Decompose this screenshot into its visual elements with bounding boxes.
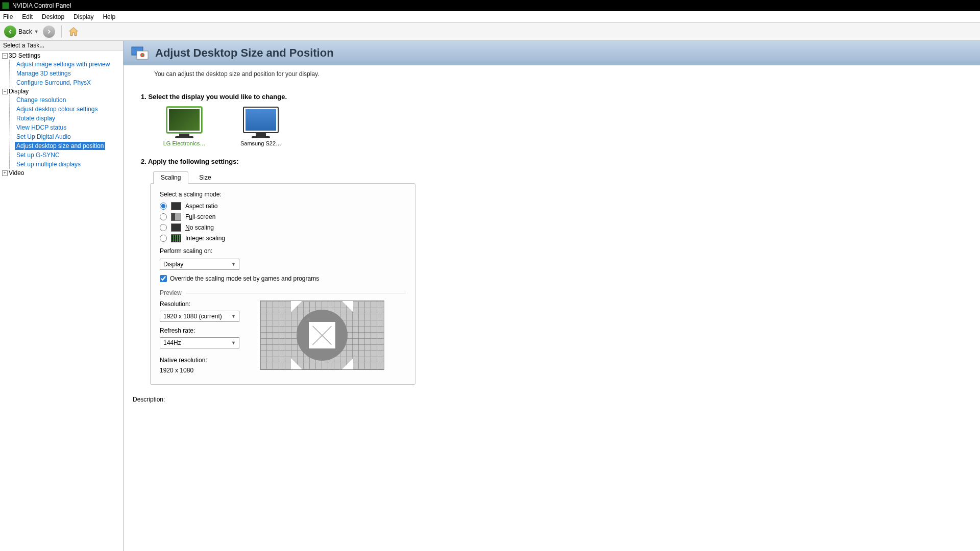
svg-point-3 (141, 54, 143, 56)
display-option-lg[interactable]: LG Electronics… (161, 107, 207, 146)
aspect-icon (171, 202, 181, 210)
tree-link-multiple-displays[interactable]: Set up multiple displays (15, 160, 82, 168)
tree-link-change-resolution[interactable]: Change resolution (15, 96, 67, 104)
fullscreen-icon (171, 213, 181, 221)
toolbar: Back ▼ (0, 22, 980, 41)
refresh-label: Refresh rate: (160, 327, 239, 334)
sidebar-header: Select a Task... (0, 41, 123, 51)
tree-link-adjust-image[interactable]: Adjust image settings with preview (15, 60, 111, 68)
page-title: Adjust Desktop Size and Position (155, 46, 334, 60)
preview-image (260, 300, 384, 370)
toolbar-divider (61, 26, 62, 38)
menu-display[interactable]: Display (74, 13, 93, 20)
radio-label-aspect: Aspect ratio (185, 203, 217, 210)
menu-desktop[interactable]: Desktop (42, 13, 64, 20)
tree-link-manage-3d[interactable]: Manage 3D settings (15, 69, 72, 78)
tree-group-video[interactable]: Video (9, 169, 24, 177)
intro-text: You can adjust the desktop size and posi… (124, 65, 980, 88)
chevron-down-icon: ▼ (231, 314, 236, 319)
menubar: File Edit Desktop Display Help (0, 11, 980, 22)
sidebar: Select a Task... − 3D Settings Adjust im… (0, 41, 124, 551)
perform-on-value: Display (163, 261, 183, 268)
radio-input-noscaling[interactable] (160, 224, 167, 231)
page-header-icon (131, 45, 149, 61)
monitor-icon (166, 107, 202, 133)
back-button[interactable]: Back ▼ (4, 26, 39, 38)
override-checkbox-row[interactable]: Override the scaling mode set by games a… (160, 275, 406, 282)
tree-link-rotate[interactable]: Rotate display (15, 114, 57, 122)
step1-title: 1. Select the display you would like to … (141, 93, 963, 101)
resolution-label: Resolution: (160, 300, 239, 308)
display-label-lg: LG Electronics… (163, 140, 206, 146)
override-label: Override the scaling mode set by games a… (170, 275, 319, 282)
tab-scaling[interactable]: Scaling (153, 171, 188, 184)
radio-label-fullscreen: Full-screen (185, 213, 215, 220)
tree-toggle-display[interactable]: − (2, 89, 8, 94)
radio-label-noscaling: No scaling (185, 224, 214, 231)
tab-size[interactable]: Size (191, 171, 218, 184)
refresh-value: 144Hz (163, 339, 181, 346)
tree-group-display[interactable]: Display (9, 88, 29, 95)
back-label: Back (18, 28, 32, 35)
tree-toggle-3d[interactable]: − (2, 53, 8, 59)
display-option-samsung[interactable]: Samsung S22… (238, 107, 284, 146)
native-value: 980 x 551 (160, 367, 239, 374)
tree-link-colour[interactable]: Adjust desktop colour settings (15, 105, 99, 113)
perform-on-select[interactable]: Display ▼ (160, 259, 239, 270)
display-label-samsung: Samsung S22… (240, 140, 281, 146)
radio-fullscreen[interactable]: Full-screen (160, 213, 406, 221)
tree-link-adjust-desktop-size[interactable]: Adjust desktop size and position (15, 142, 105, 150)
menu-edit[interactable]: Edit (22, 13, 33, 20)
chevron-down-icon: ▼ (231, 340, 236, 345)
back-dropdown-icon[interactable]: ▼ (34, 29, 39, 34)
step2-section: 2. Apply the following settings: Scaling… (141, 158, 963, 385)
radio-input-integer[interactable] (160, 235, 167, 242)
divider (186, 293, 406, 293)
app-icon (2, 2, 9, 9)
radio-label-integer: Integer scaling (185, 235, 225, 242)
chevron-down-icon: ▼ (231, 262, 236, 267)
refresh-select[interactable]: 144Hz ▼ (160, 337, 239, 348)
menu-help[interactable]: Help (103, 13, 115, 20)
resolution-select[interactable]: 980 x 551 (current) ▼ (160, 311, 239, 322)
menu-file[interactable]: File (3, 13, 13, 20)
description-label: Description: (133, 396, 971, 403)
task-tree: − 3D Settings Adjust image settings with… (0, 51, 123, 178)
integer-icon (171, 234, 181, 242)
tree-group-3d[interactable]: 3D Settings (9, 52, 40, 59)
radio-aspect-ratio[interactable]: Aspect ratio (160, 202, 406, 210)
tree-link-gsync[interactable]: Set up G-SYNC (15, 151, 61, 159)
resolution-value: 980 x 551 (current) (163, 313, 222, 320)
noscaling-icon (171, 223, 181, 232)
step1-section: 1. Select the display you would like to … (141, 93, 963, 146)
tree-link-surround[interactable]: Configure Surround, PhysX (15, 79, 92, 87)
step2-title: 2. Apply the following settings: (141, 158, 963, 165)
radio-input-aspect[interactable] (160, 203, 167, 210)
monitor-icon (243, 107, 279, 133)
tabs-panel: Select a scaling mode: Aspect ratio Full… (150, 183, 415, 385)
radio-integer-scaling[interactable]: Integer scaling (160, 234, 406, 242)
native-label: Native resolution: (160, 357, 239, 364)
override-checkbox[interactable] (160, 275, 167, 282)
content-area: Adjust Desktop Size and Position You can… (124, 41, 980, 551)
window-title: NVIDIA Control Panel (12, 2, 71, 9)
radio-input-fullscreen[interactable] (160, 213, 167, 220)
tree-link-digital-audio[interactable]: Set Up Digital Audio (15, 133, 72, 141)
radio-no-scaling[interactable]: No scaling (160, 223, 406, 232)
home-button[interactable] (68, 26, 79, 37)
forward-button[interactable] (43, 26, 55, 38)
scaling-mode-label: Select a scaling mode: (160, 191, 406, 198)
tree-toggle-video[interactable]: + (2, 170, 8, 176)
preview-label: Preview (160, 289, 182, 296)
tree-link-hdcp[interactable]: View HDCP status (15, 123, 68, 132)
titlebar: NVIDIA Control Panel (0, 0, 980, 11)
back-arrow-icon (4, 26, 16, 38)
perform-on-label: Perform scaling on: (160, 247, 406, 255)
page-header: Adjust Desktop Size and Position (124, 41, 980, 65)
